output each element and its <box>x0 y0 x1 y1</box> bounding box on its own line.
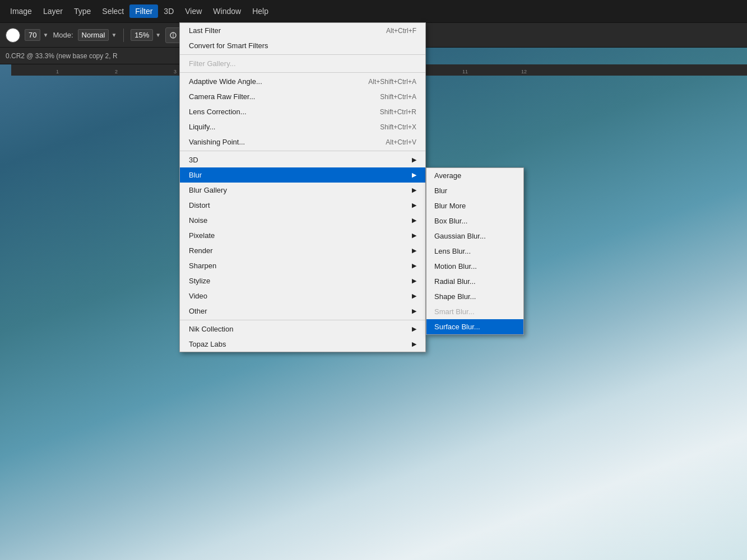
arrow-noise: ▶ <box>412 217 416 224</box>
ruler-tick-3: 3 <box>174 69 177 76</box>
submenu-item-average[interactable]: Average <box>426 168 523 183</box>
ruler-tick-1: 1 <box>56 69 59 76</box>
menu-item-3d[interactable]: 3D ▶ <box>180 152 425 167</box>
menu-item-last-filter[interactable]: Last Filter Alt+Ctrl+F <box>180 23 425 38</box>
arrow-distort: ▶ <box>412 202 416 209</box>
ruler-tick-11: 11 <box>462 69 468 76</box>
submenu-item-motion-blur[interactable]: Motion Blur... <box>426 259 523 274</box>
menu-item-vanishing-point[interactable]: Vanishing Point... Alt+Ctrl+V <box>180 134 425 150</box>
ruler-tick-2: 2 <box>115 69 118 76</box>
brush-preview[interactable] <box>6 28 20 43</box>
menu-item-lens-correction[interactable]: Lens Correction... Shift+Ctrl+R <box>180 104 425 119</box>
size-dropdown[interactable]: 15% ▼ <box>131 29 161 41</box>
menubar-item-3d[interactable]: 3D <box>158 4 179 18</box>
filter-menu-dropdown: Last Filter Alt+Ctrl+F Convert for Smart… <box>179 22 426 352</box>
menubar-item-type[interactable]: Type <box>68 4 96 18</box>
submenu-item-radial-blur[interactable]: Radial Blur... <box>426 274 523 289</box>
submenu-item-smart-blur[interactable]: Smart Blur... <box>426 304 523 319</box>
brush-size-dropdown[interactable]: 70 ▼ <box>25 29 48 41</box>
menu-item-camera-raw[interactable]: Camera Raw Filter... Shift+Ctrl+A <box>180 89 425 104</box>
mode-label: Mode: <box>53 31 73 39</box>
menubar-item-image[interactable]: Image <box>4 4 38 18</box>
menu-item-blur[interactable]: Blur ▶ <box>180 167 425 183</box>
menu-item-liquify[interactable]: Liquify... Shift+Ctrl+X <box>180 119 425 134</box>
submenu-item-surface-blur[interactable]: Surface Blur... <box>426 319 523 334</box>
brush-size-value: 70 <box>25 29 40 41</box>
menu-item-adaptive-wide[interactable]: Adaptive Wide Angle... Alt+Shift+Ctrl+A <box>180 74 425 89</box>
menu-item-noise[interactable]: Noise ▶ <box>180 213 425 228</box>
arrow-topaz: ▶ <box>412 340 416 348</box>
divider-4 <box>180 320 425 320</box>
submenu-item-blur[interactable]: Blur <box>426 183 523 198</box>
ruler-tick-12: 12 <box>521 69 527 76</box>
menubar-item-filter[interactable]: Filter <box>129 4 158 18</box>
arrow-stylize: ▶ <box>412 277 416 284</box>
menubar-item-select[interactable]: Select <box>96 4 129 18</box>
divider-2 <box>180 72 425 73</box>
submenu-item-box-blur[interactable]: Box Blur... <box>426 213 523 228</box>
arrow-video: ▶ <box>412 292 416 300</box>
menu-item-other[interactable]: Other ▶ <box>180 304 425 319</box>
menubar: Image Layer Type Select Filter 3D View W… <box>0 0 747 22</box>
menu-item-render[interactable]: Render ▶ <box>180 243 425 258</box>
arrow-3d: ▶ <box>412 156 416 164</box>
brush-size-chevron: ▼ <box>43 32 48 38</box>
divider-1 <box>180 54 425 55</box>
menubar-item-window[interactable]: Window <box>207 4 247 18</box>
size-value: 15% <box>131 29 153 41</box>
submenu-item-lens-blur[interactable]: Lens Blur... <box>426 244 523 259</box>
menu-item-pixelate[interactable]: Pixelate ▶ <box>180 228 425 243</box>
mode-dropdown[interactable]: Normal ▼ <box>78 29 117 41</box>
arrow-render: ▶ <box>412 247 416 254</box>
menu-item-stylize[interactable]: Stylize ▶ <box>180 273 425 288</box>
separator-1 <box>123 29 124 42</box>
menu-item-sharpen[interactable]: Sharpen ▶ <box>180 258 425 273</box>
menu-item-video[interactable]: Video ▶ <box>180 288 425 304</box>
submenu-item-gaussian-blur[interactable]: Gaussian Blur... <box>426 228 523 244</box>
divider-3 <box>180 151 425 151</box>
arrow-blur-gallery: ▶ <box>412 186 416 194</box>
menubar-item-layer[interactable]: Layer <box>38 4 68 18</box>
arrow-nik: ▶ <box>412 325 416 333</box>
arrow-other: ▶ <box>412 307 416 315</box>
arrow-sharpen: ▶ <box>412 262 416 269</box>
menu-item-distort[interactable]: Distort ▶ <box>180 198 425 213</box>
menu-item-topaz-labs[interactable]: Topaz Labs ▶ <box>180 337 425 352</box>
menubar-item-view[interactable]: View <box>179 4 207 18</box>
menubar-item-help[interactable]: Help <box>247 4 274 18</box>
document-title-text: 0.CR2 @ 33.3% (new base copy 2, R <box>6 52 118 60</box>
document-title-bar: 0.CR2 @ 33.3% (new base copy 2, R <box>0 48 179 64</box>
menu-item-blur-gallery[interactable]: Blur Gallery ▶ <box>180 183 425 198</box>
menu-item-convert-smart[interactable]: Convert for Smart Filters <box>180 38 425 53</box>
blur-submenu: Average Blur Blur More Box Blur... Gauss… <box>426 167 524 335</box>
menu-item-nik-collection[interactable]: Nik Collection ▶ <box>180 321 425 337</box>
submenu-item-blur-more[interactable]: Blur More <box>426 198 523 213</box>
menu-item-filter-gallery[interactable]: Filter Gallery... <box>180 56 425 71</box>
submenu-item-shape-blur[interactable]: Shape Blur... <box>426 289 523 304</box>
mode-value: Normal <box>78 29 109 41</box>
arrow-pixelate: ▶ <box>412 232 416 239</box>
size-chevron: ▼ <box>155 32 161 38</box>
arrow-blur: ▶ <box>412 171 416 179</box>
mode-chevron: ▼ <box>111 32 117 38</box>
